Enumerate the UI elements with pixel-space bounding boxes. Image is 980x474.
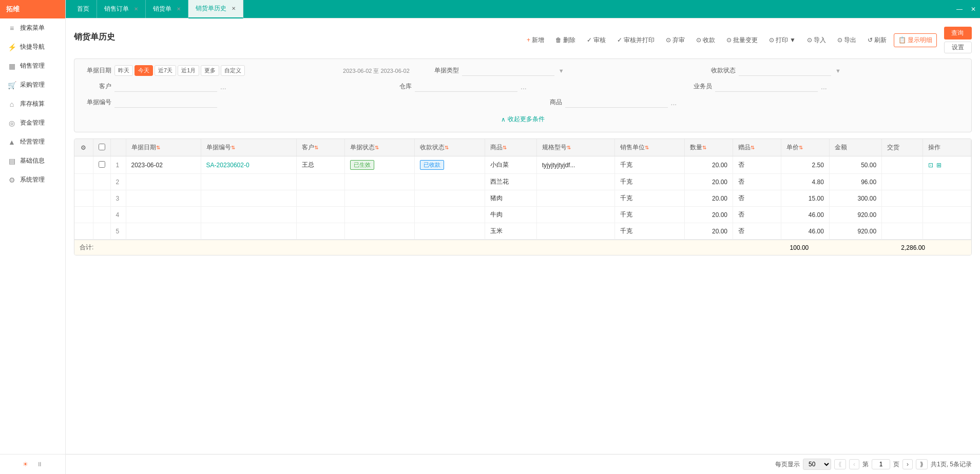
- add-button[interactable]: + 新增: [523, 34, 548, 47]
- first-page-btn[interactable]: ⟪: [834, 459, 846, 469]
- collect-button[interactable]: ⊙ 收款: [692, 34, 719, 47]
- date-btn-more[interactable]: 更多: [201, 65, 219, 76]
- quick-nav-icon: ⚡: [8, 43, 16, 51]
- cell-checkbox[interactable]: [93, 223, 110, 240]
- delete-button[interactable]: 🗑 删除: [551, 34, 580, 47]
- refresh-button[interactable]: ↺ 刷新: [863, 34, 891, 47]
- customer-input[interactable]: [114, 81, 217, 92]
- col-spec[interactable]: 规格型号⇅: [536, 139, 614, 156]
- sidebar-item-inventory[interactable]: ⌂ 库存核算: [0, 94, 65, 113]
- date-btn-yesterday[interactable]: 昨天: [114, 65, 133, 76]
- import-button[interactable]: ⊙ 导入: [803, 34, 830, 47]
- filter-customer: 客户 ...: [83, 81, 362, 92]
- action-edit-btn[interactable]: ⊡: [928, 162, 933, 169]
- salesperson-input[interactable]: [715, 81, 818, 92]
- payment-status-dropdown-icon[interactable]: ▼: [835, 68, 841, 74]
- cell-checkbox[interactable]: [93, 190, 110, 207]
- date-btn-1month[interactable]: 近1月: [178, 65, 199, 76]
- audit-button[interactable]: ✓ 审核: [583, 34, 610, 47]
- doc-no-input[interactable]: [114, 97, 217, 108]
- date-btn-7days[interactable]: 近7天: [155, 65, 176, 76]
- doc-type-input[interactable]: [462, 65, 554, 76]
- cell-checkbox[interactable]: [93, 174, 110, 190]
- window-minimize[interactable]: —: [956, 6, 963, 13]
- action-copy-btn[interactable]: ⊞: [936, 162, 941, 169]
- date-btn-today[interactable]: 今天: [134, 65, 153, 76]
- sidebar-item-purchase-mgmt[interactable]: 🛒 采购管理: [0, 75, 65, 94]
- select-all-checkbox[interactable]: [99, 144, 105, 150]
- per-page-select[interactable]: 20 50 100: [803, 459, 831, 470]
- sidebar-item-basic-info[interactable]: ▤ 基础信息: [0, 151, 65, 170]
- prev-page-btn[interactable]: ‹: [849, 459, 859, 469]
- goods-label: 商品: [533, 98, 562, 107]
- last-page-btn[interactable]: ⟫: [916, 459, 928, 469]
- cell-spec: [536, 190, 614, 207]
- settings-button[interactable]: 设置: [944, 42, 972, 53]
- tab-sales-order-close[interactable]: ✕: [134, 6, 138, 12]
- cell-amount: 96.00: [829, 174, 881, 190]
- sidebar-bottom-icon2[interactable]: ⏸: [36, 461, 43, 468]
- next-page-btn[interactable]: ›: [902, 459, 913, 469]
- warehouse-dots[interactable]: ...: [521, 83, 527, 91]
- payment-status-input[interactable]: [739, 65, 831, 76]
- sidebar-item-finance-mgmt[interactable]: ◎ 资金管理: [0, 113, 65, 132]
- col-unit-price[interactable]: 单价⇅: [781, 139, 829, 156]
- salesperson-dots[interactable]: ...: [821, 83, 827, 91]
- col-checkbox[interactable]: [93, 139, 110, 156]
- cell-payment-status: [415, 190, 485, 207]
- cell-checkbox[interactable]: [93, 207, 110, 223]
- print-button[interactable]: ⊙ 打印 ▼: [765, 34, 800, 47]
- page-content: 销货单历史 + 新增 🗑 删除 ✓ 审核 ✓ 审核并打印: [66, 18, 980, 454]
- col-doc-date[interactable]: 单据日期⇅: [126, 139, 201, 156]
- sidebar-item-quick-nav[interactable]: ⚡ 快捷导航: [0, 37, 65, 56]
- tab-sales-goods[interactable]: 销货单 ✕: [146, 0, 188, 18]
- sidebar-item-ops-mgmt[interactable]: ▲ 经营管理: [0, 132, 65, 151]
- col-sales-unit[interactable]: 销售单位⇅: [614, 139, 684, 156]
- tab-sales-order-label: 销售订单: [104, 5, 129, 13]
- sidebar-item-search-menu[interactable]: ≡ 搜索菜单: [0, 18, 65, 37]
- sidebar-bottom: ☀ ⏸: [0, 454, 65, 474]
- sidebar-label-sales-mgmt: 销售管理: [20, 62, 45, 70]
- batch-change-button[interactable]: ⊙ 批量变更: [722, 34, 762, 47]
- tab-home[interactable]: 首页: [70, 0, 97, 18]
- doc-type-dropdown-icon[interactable]: ▼: [559, 68, 564, 74]
- table-row: 2 西兰花 千克 20.00 否 4.80 96.00: [74, 174, 971, 190]
- cell-doc-status: [344, 174, 414, 190]
- sidebar-item-sys-mgmt[interactable]: ⚙ 系统管理: [0, 170, 65, 189]
- col-quantity[interactable]: 数量⇅: [685, 139, 733, 156]
- audit-print-icon: ✓: [617, 36, 622, 44]
- query-button[interactable]: 查询: [944, 27, 972, 40]
- payment-status-badge: 已收款: [420, 160, 444, 170]
- window-close[interactable]: ✕: [971, 6, 976, 13]
- cell-checkbox[interactable]: [93, 156, 110, 174]
- audit-print-button[interactable]: ✓ 审核并打印: [613, 34, 659, 47]
- col-doc-status[interactable]: 单据状态⇅: [344, 139, 414, 156]
- tab-sales-order[interactable]: 销售订单 ✕: [97, 0, 146, 18]
- customer-dots[interactable]: ...: [220, 83, 226, 91]
- cell-settings: [74, 207, 93, 223]
- row-checkbox[interactable]: [99, 161, 105, 168]
- col-customer[interactable]: 客户⇅: [296, 139, 344, 156]
- collapse-btn[interactable]: ∧ 收起更多条件: [83, 113, 963, 126]
- col-goods[interactable]: 商品⇅: [485, 139, 536, 156]
- cell-quantity: 20.00: [685, 223, 733, 240]
- goods-dots[interactable]: ...: [671, 98, 677, 107]
- page-input[interactable]: [872, 459, 890, 469]
- sidebar-label-sys-mgmt: 系统管理: [20, 175, 45, 184]
- warehouse-input[interactable]: [415, 81, 517, 92]
- show-detail-button[interactable]: 📋 显示明细: [894, 33, 937, 47]
- tab-sales-goods-close[interactable]: ✕: [177, 6, 181, 12]
- col-settings[interactable]: ⚙: [74, 139, 93, 156]
- goods-input[interactable]: [565, 97, 668, 108]
- tab-sales-history-close[interactable]: ✕: [232, 6, 236, 11]
- col-doc-no[interactable]: 单据编号⇅: [201, 139, 296, 156]
- col-payment-status[interactable]: 收款状态⇅: [415, 139, 485, 156]
- date-btn-custom[interactable]: 自定义: [221, 65, 245, 76]
- col-gift[interactable]: 赠品⇅: [733, 139, 781, 156]
- sidebar-bottom-icon1[interactable]: ☀: [23, 461, 28, 468]
- export-button[interactable]: ⊙ 导出: [833, 34, 860, 47]
- sidebar-item-sales-mgmt[interactable]: ▦ 销售管理: [0, 56, 65, 75]
- col-seq: [110, 139, 126, 156]
- abandon-button[interactable]: ⊙ 弃审: [662, 34, 689, 47]
- tab-sales-history[interactable]: 销货单历史 ✕: [188, 0, 243, 18]
